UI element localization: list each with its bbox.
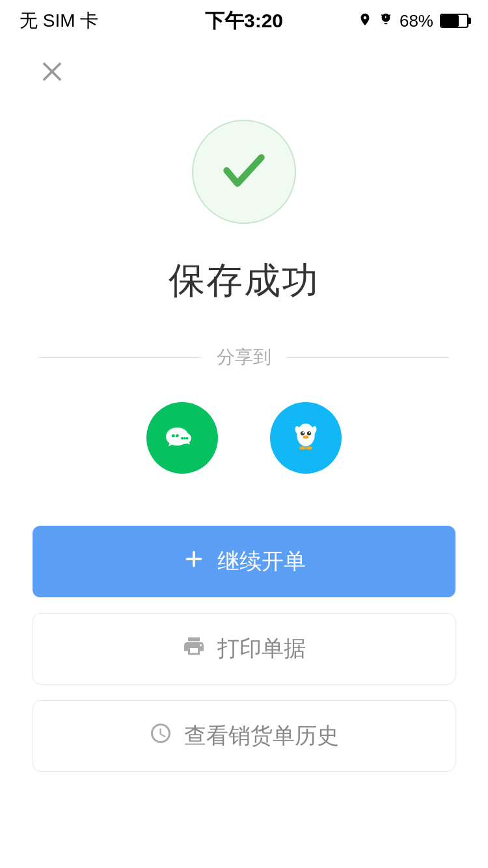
svg-point-17 [303, 435, 309, 439]
svg-point-15 [303, 432, 305, 434]
main-content: 保存成功 分享到 [0, 42, 488, 772]
svg-point-14 [307, 431, 311, 435]
history-button[interactable]: 查看销货单历史 [33, 700, 455, 772]
svg-point-21 [306, 446, 312, 450]
checkmark-icon [218, 144, 270, 199]
svg-point-9 [183, 437, 186, 440]
clock-icon [149, 722, 172, 750]
wechat-share-button[interactable] [146, 402, 218, 474]
svg-point-20 [299, 446, 306, 450]
status-time: 下午3:20 [205, 8, 283, 34]
continue-button[interactable]: 继续开单 [33, 526, 455, 597]
qq-icon [286, 417, 325, 459]
success-icon-container [192, 120, 296, 224]
share-divider: 分享到 [0, 345, 488, 370]
qq-share-button[interactable] [270, 402, 342, 474]
share-label: 分享到 [201, 345, 287, 370]
continue-button-label: 继续开单 [217, 547, 306, 576]
svg-point-16 [309, 432, 311, 434]
status-left: 无 SIM 卡 [20, 8, 106, 33]
action-buttons: 继续开单 打印单据 查看销货单历史 [0, 526, 488, 772]
svg-point-10 [186, 437, 189, 440]
divider-line-left [39, 357, 201, 358]
print-button-label: 打印单据 [217, 634, 306, 664]
status-right: 68% [358, 11, 468, 31]
print-icon [182, 634, 206, 663]
share-icons-container [146, 402, 342, 474]
svg-point-5 [172, 434, 175, 437]
plus-icon [182, 547, 206, 576]
divider-line-right [287, 357, 449, 358]
svg-point-13 [301, 431, 305, 435]
print-button[interactable]: 打印单据 [33, 613, 455, 685]
svg-point-8 [181, 437, 183, 440]
carrier-text: 无 SIM 卡 [20, 8, 98, 33]
status-bar: 无 SIM 卡 下午3:20 68% [0, 0, 488, 42]
success-title: 保存成功 [169, 256, 319, 306]
alarm-icon [379, 11, 393, 31]
battery-indicator [440, 14, 468, 28]
history-button-label: 查看销货单历史 [184, 721, 339, 751]
location-icon [358, 11, 372, 31]
battery-percentage: 68% [400, 11, 433, 31]
close-button[interactable] [33, 52, 72, 91]
wechat-icon [163, 417, 202, 459]
